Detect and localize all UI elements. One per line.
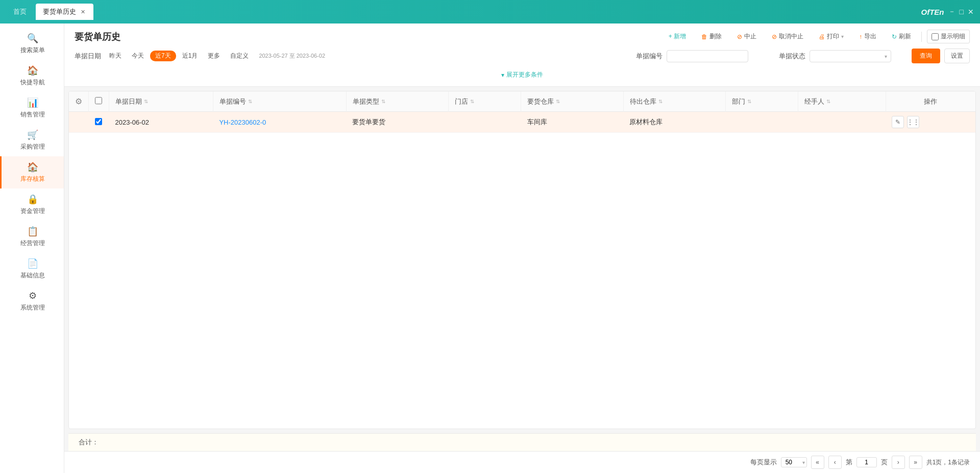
sidebar-item-quick-nav[interactable]: 🏠 快捷导航 (0, 60, 64, 92)
minimize-icon[interactable]: － (948, 7, 955, 16)
delete-button[interactable]: 🗑 删除 (696, 30, 727, 43)
td-settings (69, 112, 89, 133)
sales-icon: 📊 (27, 97, 38, 108)
tab-requisition-history[interactable]: 要货单历史 ✕ (36, 4, 93, 20)
status-select-wrapper: ▾ (810, 50, 891, 62)
table-row: 2023-06-02 YH-20230602-0 要货单要货 车间库 原材料仓库 (69, 112, 975, 133)
filter-area: 单据日期 昨天 今天 近7天 近1月 更多 自定义 2023-05-27 至 2… (75, 49, 970, 86)
sidebar-item-search-menu[interactable]: 🔍 搜索菜单 (0, 28, 64, 60)
date-btn-yesterday[interactable]: 昨天 (105, 51, 126, 61)
doc-no-link[interactable]: YH-20230602-0 (219, 119, 266, 126)
print-button[interactable]: 🖨 打印 ▾ (814, 30, 849, 43)
sidebar-item-sales[interactable]: 📊 销售管理 (0, 92, 64, 124)
new-button[interactable]: + 新增 (664, 30, 691, 43)
display-detail-toggle[interactable]: 显示明细 (927, 30, 970, 43)
top-bar-right: OfTEn － □ ✕ (921, 7, 974, 16)
date-btn-more[interactable]: 更多 (204, 51, 224, 61)
sidebar-item-purchase-label: 采购管理 (20, 143, 45, 151)
sidebar-item-system[interactable]: ⚙ 系统管理 (0, 285, 64, 317)
page-title: 要货单历史 (75, 31, 120, 43)
display-detail-checkbox[interactable] (932, 33, 939, 40)
th-actions: 操作 (886, 91, 975, 112)
tab-close-icon[interactable]: ✕ (79, 8, 86, 15)
page-number-input[interactable] (856, 457, 877, 467)
sidebar-item-finance-label: 资金管理 (20, 207, 45, 216)
th-doc-date[interactable]: 单据日期 ⇅ (109, 91, 213, 112)
sidebar-item-inventory[interactable]: 🏠 库存核算 (0, 156, 64, 188)
export-button[interactable]: ↑ 导出 (854, 30, 881, 43)
last-page-button[interactable]: » (909, 456, 922, 469)
th-checkbox (89, 91, 109, 112)
main-area: 🔍 搜索菜单 🏠 快捷导航 📊 销售管理 🛒 采购管理 🏠 库存核算 🔒 (0, 23, 980, 473)
sort-icon-doc-date: ⇅ (144, 99, 148, 104)
page-size-wrapper: 20 50 100 200 ▾ (781, 457, 807, 467)
next-page-button[interactable]: › (892, 456, 905, 469)
sidebar-item-operations-label: 经营管理 (20, 239, 45, 248)
print-icon: 🖨 (819, 33, 825, 40)
search-menu-icon: 🔍 (27, 33, 38, 44)
date-btn-custom[interactable]: 自定义 (226, 51, 253, 61)
refresh-icon: ↻ (892, 33, 897, 40)
operations-icon: 📋 (27, 226, 38, 237)
date-btn-1month[interactable]: 近1月 (178, 51, 202, 61)
th-req-warehouse[interactable]: 要货仓库 ⇅ (521, 91, 624, 112)
expand-more-button[interactable]: ▾ 展开更多条件 (497, 68, 547, 81)
window-close-icon[interactable]: ✕ (968, 8, 974, 16)
cancel-stop-button[interactable]: ⊘ 取消中止 (767, 30, 808, 43)
select-all-checkbox[interactable] (95, 97, 102, 104)
th-handler[interactable]: 经手人 ⇅ (798, 91, 886, 112)
query-button[interactable]: 查询 (912, 49, 940, 63)
date-btns: 昨天 今天 近7天 近1月 更多 自定义 (105, 51, 253, 61)
td-checkbox (89, 112, 109, 133)
th-dest-warehouse[interactable]: 待出仓库 ⇅ (623, 91, 726, 112)
filter-row-1: 单据日期 昨天 今天 近7天 近1月 更多 自定义 2023-05-27 至 2… (75, 49, 970, 63)
date-range-text: 2023-05-27 至 2023-06-02 (259, 52, 325, 60)
maximize-icon[interactable]: □ (960, 8, 964, 16)
status-select[interactable] (810, 50, 891, 62)
row-checkbox[interactable] (95, 118, 102, 125)
quick-nav-icon: 🏠 (27, 65, 38, 76)
filter-doc-no: 单据编号 (636, 50, 748, 62)
sort-icon-handler: ⇅ (826, 99, 830, 104)
doc-no-label: 单据编号 (636, 52, 663, 61)
td-handler (798, 112, 886, 133)
th-doc-no[interactable]: 单据编号 ⇅ (213, 91, 346, 112)
sidebar-item-finance[interactable]: 🔒 资金管理 (0, 188, 64, 221)
first-page-button[interactable]: « (811, 456, 824, 469)
sidebar-item-operations[interactable]: 📋 经营管理 (0, 221, 64, 253)
table-area: ⚙ 单据日期 ⇅ (68, 91, 976, 429)
date-btn-7days[interactable]: 近7天 (150, 51, 176, 61)
row-more-icon[interactable]: ⋮⋮ (907, 116, 919, 128)
tab-requisition-history-label: 要货单历史 (43, 7, 76, 16)
refresh-button[interactable]: ↻ 刷新 (887, 30, 916, 43)
brand-name: OfTEn (921, 8, 944, 16)
td-store (449, 112, 521, 133)
th-settings[interactable]: ⚙ (69, 91, 89, 112)
settings-button[interactable]: 设置 (944, 49, 970, 63)
row-edit-icon[interactable]: ✎ (892, 116, 904, 128)
date-filter-label: 单据日期 (75, 52, 101, 61)
th-store[interactable]: 门店 ⇅ (449, 91, 521, 112)
page-suffix: 页 (881, 458, 888, 467)
page-size-select[interactable]: 20 50 100 200 (781, 457, 807, 467)
th-department[interactable]: 部门 ⇅ (726, 91, 798, 112)
inventory-icon: 🏠 (27, 161, 38, 173)
th-doc-type[interactable]: 单据类型 ⇅ (346, 91, 449, 112)
toolbar: + 新增 🗑 删除 ⊘ 中止 ⊘ 取消中止 (664, 30, 970, 43)
top-bar: 首页 要货单历史 ✕ OfTEn － □ ✕ (0, 0, 980, 23)
delete-icon: 🗑 (701, 33, 707, 40)
td-dest-warehouse: 原材料仓库 (623, 112, 726, 133)
sidebar-item-basic-info[interactable]: 📄 基础信息 (0, 253, 64, 285)
doc-no-input[interactable] (667, 50, 748, 62)
date-btn-today[interactable]: 今天 (128, 51, 148, 61)
page-header: 要货单历史 + 新增 🗑 删除 ⊘ 中止 ⊘ 取消中止 (64, 23, 980, 87)
export-icon: ↑ (859, 33, 862, 40)
sort-icon-doc-type: ⇅ (381, 99, 385, 104)
prev-page-button[interactable]: ‹ (828, 456, 842, 469)
td-department (726, 112, 798, 133)
stop-button[interactable]: ⊘ 中止 (732, 30, 762, 43)
td-doc-no: YH-20230602-0 (213, 112, 346, 133)
data-table: ⚙ 单据日期 ⇅ (69, 91, 975, 133)
tab-home[interactable]: 首页 (6, 4, 34, 20)
sidebar-item-purchase[interactable]: 🛒 采购管理 (0, 124, 64, 156)
